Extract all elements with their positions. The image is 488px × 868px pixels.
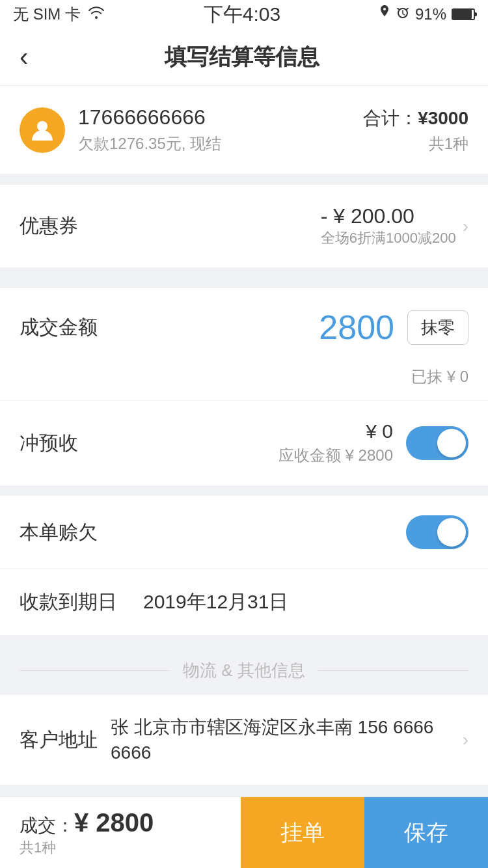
separator-1 — [0, 278, 488, 288]
status-left: 无 SIM 卡 — [13, 4, 105, 25]
prereceive-right: ¥ 0 应收金额 ¥ 2800 — [278, 420, 468, 466]
coupon-arrow-icon: › — [463, 216, 468, 237]
customer-phone: 17666666666 — [78, 105, 221, 129]
amount-section: 成交金额 2800 抹零 已抹 ¥ 0 — [0, 288, 488, 400]
total-value: ¥3000 — [418, 108, 468, 128]
total-line: 合计：¥3000 — [363, 106, 468, 131]
status-time: 下午4:03 — [204, 1, 280, 28]
prereceive-toggle[interactable] — [406, 426, 468, 460]
battery-icon — [452, 8, 475, 20]
bottom-bar: 成交：¥ 2800 共1种 挂单 保存 — [0, 796, 488, 868]
status-right: 91% — [379, 5, 475, 23]
divider-line-left — [20, 670, 170, 671]
battery-percent: 91% — [415, 5, 446, 23]
address-value: 张 北京市市辖区海淀区永丰南 156 6666 6666 — [111, 714, 450, 765]
bottom-summary-amount: ¥ 2800 — [74, 808, 154, 837]
total-count: 共1种 — [363, 133, 468, 154]
bottom-summary-line: 成交：¥ 2800 — [20, 808, 221, 838]
customer-left: 17666666666 欠款1276.35元, 现结 — [20, 105, 221, 154]
duedate-value: 2019年12月31日 — [143, 589, 288, 616]
alarm-icon — [396, 5, 410, 23]
amount-value: 2800 — [319, 308, 394, 347]
customer-card: 17666666666 欠款1276.35元, 现结 合计：¥3000 共1种 — [0, 86, 488, 174]
amount-sub: 已抹 ¥ 0 — [0, 366, 488, 400]
address-label: 客户地址 — [20, 727, 98, 753]
prereceive-value-block: ¥ 0 应收金额 ¥ 2800 — [278, 420, 393, 466]
bottom-summary-count: 共1种 — [20, 838, 221, 858]
customer-debt: 欠款1276.35元, 现结 — [78, 133, 221, 154]
back-button[interactable]: ‹ — [20, 42, 28, 72]
prereceive-sub: 应收金额 ¥ 2800 — [278, 445, 393, 466]
status-bar: 无 SIM 卡 下午4:03 91% — [0, 0, 488, 29]
coupon-label: 优惠券 — [20, 213, 78, 239]
bottom-summary: 成交：¥ 2800 共1种 — [0, 808, 241, 858]
nav-bar: ‹ 填写结算等信息 — [0, 29, 488, 86]
wifi-icon — [87, 5, 105, 23]
address-section[interactable]: 客户地址 张 北京市市辖区海淀区永丰南 156 6666 6666 › — [0, 695, 488, 785]
total-label: 合计： — [363, 108, 418, 128]
bottom-summary-title: 成交： — [20, 815, 74, 835]
coupon-right: - ¥ 200.00 全场6折满1000减200 › — [321, 204, 468, 248]
prereceive-section: 冲预收 ¥ 0 应收金额 ¥ 2800 — [0, 400, 488, 485]
prereceive-label: 冲预收 — [20, 430, 78, 457]
debt-label: 本单赊欠 — [20, 519, 98, 546]
separator-2 — [0, 485, 488, 496]
coupon-discount: - ¥ 200.00 — [321, 204, 456, 228]
page-title: 填写结算等信息 — [41, 42, 442, 72]
customer-right: 合计：¥3000 共1种 — [363, 106, 468, 154]
location-icon — [379, 5, 390, 23]
debt-toggle[interactable] — [406, 515, 468, 549]
debt-section: 本单赊欠 — [0, 496, 488, 569]
pending-button[interactable]: 挂单 — [241, 797, 364, 869]
debt-toggle-knob — [437, 518, 466, 547]
rounding-button[interactable]: 抹零 — [407, 310, 468, 345]
logistics-divider: 物流 & 其他信息 — [0, 646, 488, 695]
duedate-section: 收款到期日 2019年12月31日 — [0, 569, 488, 636]
svg-point-1 — [37, 121, 47, 131]
toggle-knob — [437, 429, 466, 457]
save-button[interactable]: 保存 — [364, 797, 488, 869]
separator-3 — [0, 636, 488, 646]
coupon-info: - ¥ 200.00 全场6折满1000减200 — [321, 204, 456, 248]
avatar — [20, 107, 65, 153]
address-arrow-icon: › — [463, 729, 468, 750]
coupon-row[interactable]: 优惠券 - ¥ 200.00 全场6折满1000减200 › — [0, 184, 488, 267]
customer-info: 17666666666 欠款1276.35元, 现结 — [78, 105, 221, 154]
logistics-label: 物流 & 其他信息 — [183, 659, 305, 682]
coupon-desc: 全场6折满1000减200 — [321, 228, 456, 248]
duedate-label: 收款到期日 — [20, 589, 117, 616]
content: 17666666666 欠款1276.35元, 现结 合计：¥3000 共1种 … — [0, 86, 488, 868]
amount-label: 成交金额 — [20, 314, 98, 341]
divider-line-right — [318, 670, 468, 671]
amount-right: 2800 抹零 — [319, 308, 468, 347]
prereceive-amount: ¥ 0 — [278, 420, 393, 442]
bottom-spacer — [0, 785, 488, 795]
sim-label: 无 SIM 卡 — [13, 4, 81, 25]
amount-row: 成交金额 2800 抹零 — [0, 288, 488, 366]
